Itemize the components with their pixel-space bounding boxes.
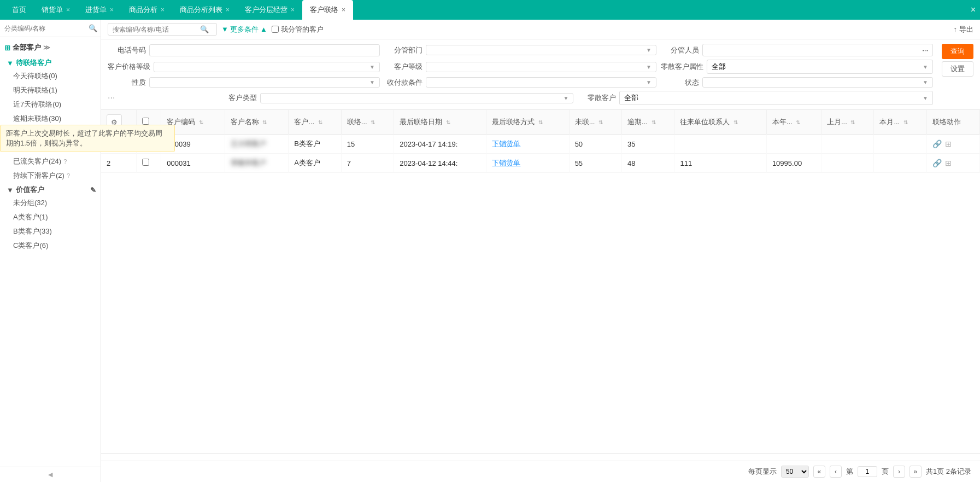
sidebar-value-section[interactable]: ▼ 价值客户 ✎ bbox=[0, 183, 101, 196]
my-customers-checkbox-label[interactable]: 我分管的客户 bbox=[272, 25, 324, 34]
sidebar-all-customers[interactable]: ⊞ 全部客户 ≫ bbox=[0, 39, 101, 56]
prev-page-button[interactable]: ‹ bbox=[830, 466, 842, 478]
search-icon[interactable]: 🔍 bbox=[89, 24, 97, 32]
field-nature: 性质 ▼ bbox=[108, 77, 380, 88]
contact-method-link[interactable]: 下销货单 bbox=[492, 159, 520, 167]
search-box: 🔍 bbox=[108, 23, 217, 36]
select-all-checkbox[interactable] bbox=[142, 118, 149, 125]
price-tier-select[interactable]: ▼ bbox=[154, 62, 380, 72]
payment-terms-select[interactable]: ▼ bbox=[426, 77, 656, 88]
close-icon[interactable]: × bbox=[110, 6, 114, 14]
sidebar-item-overdue[interactable]: 逾期未联络(30) bbox=[0, 112, 101, 126]
field-dots: ··· bbox=[108, 93, 214, 103]
close-icon[interactable]: × bbox=[226, 6, 230, 14]
qr-action-icon[interactable]: ⊞ bbox=[945, 140, 952, 148]
sidebar-search-input[interactable] bbox=[4, 25, 86, 32]
retail-customer-select[interactable]: 全部▼ bbox=[619, 91, 933, 105]
th-this-year[interactable]: 本年... ⇅ bbox=[766, 110, 821, 135]
help-icon[interactable]: ? bbox=[63, 158, 67, 165]
sidebar-pending-section[interactable]: ▼ 待联络客户 bbox=[0, 56, 101, 69]
td-action-2: 🔗 ⊞ bbox=[926, 154, 979, 173]
link-action-icon[interactable]: 🔗 bbox=[932, 140, 942, 148]
customer-type-select[interactable]: ▼ bbox=[260, 93, 574, 103]
my-customers-checkbox[interactable] bbox=[272, 26, 279, 33]
th-last-contact-date[interactable]: 最后联络日期 ⇅ bbox=[394, 110, 486, 135]
sidebar-nav-arrow-left[interactable]: ◀ bbox=[48, 471, 52, 478]
more-options-dots[interactable]: ··· bbox=[108, 93, 115, 103]
filter-row-1: 电话号码 分管部门 ▼ 分管人员 ··· bbox=[108, 44, 933, 56]
close-icon[interactable]: × bbox=[291, 6, 295, 14]
sidebar-item-churned[interactable]: 已流失客户(24) ? bbox=[0, 154, 101, 169]
per-page-select[interactable]: 50 20 100 bbox=[781, 466, 809, 478]
td-unreached-2: 55 bbox=[569, 154, 621, 173]
manager-select[interactable]: ··· bbox=[702, 44, 933, 56]
close-icon[interactable]: × bbox=[161, 6, 165, 14]
next-page-button[interactable]: › bbox=[893, 466, 905, 478]
customer-name[interactable]: 王大明客户 bbox=[231, 140, 266, 148]
qr-action-icon[interactable]: ⊞ bbox=[945, 159, 952, 167]
sidebar-item-unclassified[interactable]: 未分组(32) bbox=[0, 196, 101, 210]
phone-input[interactable] bbox=[149, 44, 380, 56]
close-all-tabs-button[interactable]: × bbox=[971, 5, 976, 15]
retail-attr-select[interactable]: 全部▼ bbox=[707, 60, 933, 74]
td-name-2: 李晓华客户 bbox=[225, 154, 289, 173]
page-input[interactable] bbox=[858, 466, 877, 477]
edit-icon[interactable]: ✎ bbox=[90, 186, 96, 194]
export-icon: ↑ bbox=[954, 25, 958, 33]
th-contact-person[interactable]: 往来单位联系人 ⇅ bbox=[674, 110, 766, 135]
query-button[interactable]: 查询 bbox=[942, 44, 973, 59]
field-status: 状态 ▼ bbox=[661, 77, 933, 88]
horizontal-scrollbar[interactable] bbox=[101, 453, 980, 461]
th-name[interactable]: 客户名称 ⇅ bbox=[225, 110, 289, 135]
sidebar-item-tomorrow[interactable]: 明天待联络(1) bbox=[0, 83, 101, 97]
td-action-1: 🔗 ⊞ bbox=[926, 135, 979, 154]
th-overdue[interactable]: 逾期... ⇅ bbox=[622, 110, 674, 135]
sidebar-item-declining[interactable]: 持续下滑客户(2) ? bbox=[0, 169, 101, 183]
customer-tier-select[interactable]: ▼ bbox=[426, 62, 656, 72]
help-icon[interactable]: ? bbox=[67, 172, 70, 179]
sort-icon: ⇅ bbox=[903, 119, 908, 125]
th-this-month[interactable]: 本月... ⇅ bbox=[874, 110, 926, 135]
search-input[interactable] bbox=[113, 26, 200, 33]
contact-method-link[interactable]: 下销货单 bbox=[492, 140, 520, 148]
sidebar: 🔍 ⊞ 全部客户 ≫ ▼ 待联络客户 今天待联络(0) 明天待联络(1) 近7天… bbox=[0, 20, 101, 482]
settings-button[interactable]: 设置 bbox=[942, 61, 973, 77]
more-conditions-button[interactable]: ▼ 更多条件 ▲ bbox=[221, 25, 267, 34]
close-icon[interactable]: × bbox=[66, 6, 70, 14]
th-last-month[interactable]: 上月... ⇅ bbox=[821, 110, 873, 135]
dept-select[interactable]: ▼ bbox=[426, 45, 656, 55]
retail-attr-label: 零散客户属性 bbox=[661, 62, 703, 72]
th-contact-count[interactable]: 联络... ⇅ bbox=[341, 110, 394, 135]
sidebar-item-class-a[interactable]: A类客户(1) bbox=[0, 210, 101, 224]
sidebar-item-class-b[interactable]: B类客户(33) bbox=[0, 224, 101, 239]
nav-tab-purchase[interactable]: 进货单 × bbox=[78, 0, 121, 20]
first-page-button[interactable]: « bbox=[813, 466, 825, 478]
sidebar-item-class-c[interactable]: C类客户(6) bbox=[0, 239, 101, 253]
search-icon[interactable]: 🔍 bbox=[200, 25, 209, 33]
td-contact-person-1 bbox=[674, 135, 766, 154]
close-icon[interactable]: × bbox=[342, 6, 345, 14]
th-unreached[interactable]: 未联... ⇅ bbox=[569, 110, 621, 135]
nav-tab-home[interactable]: 首页 bbox=[4, 0, 34, 20]
th-last-contact-method[interactable]: 最后联络方式 ⇅ bbox=[486, 110, 569, 135]
sidebar-item-7days[interactable]: 近7天待联络(0) bbox=[0, 97, 101, 112]
status-select[interactable]: ▼ bbox=[702, 77, 933, 88]
nav-tab-customer-tier[interactable]: 客户分层经营 × bbox=[237, 0, 302, 20]
nav-tab-product-analysis[interactable]: 商品分析 × bbox=[121, 0, 172, 20]
row-checkbox[interactable] bbox=[142, 159, 149, 166]
nav-tab-product-list[interactable]: 商品分析列表 × bbox=[172, 0, 237, 20]
nav-tab-customer-contact[interactable]: 客户联络 × bbox=[302, 0, 353, 20]
td-last-contact-method-2: 下销货单 bbox=[486, 154, 569, 173]
th-category[interactable]: 客户... ⇅ bbox=[289, 110, 341, 135]
td-unreached-1: 50 bbox=[569, 135, 621, 154]
link-action-icon[interactable]: 🔗 bbox=[932, 159, 942, 167]
last-page-button[interactable]: » bbox=[909, 466, 922, 478]
nav-tab-sales[interactable]: 销货单 × bbox=[34, 0, 78, 20]
export-button[interactable]: ↑ 导出 bbox=[954, 25, 974, 34]
nature-select[interactable]: ▼ bbox=[149, 77, 380, 88]
sidebar-item-today[interactable]: 今天待联络(0) bbox=[0, 69, 101, 83]
field-retail-customer: 零散客户 全部▼ bbox=[578, 91, 933, 105]
dept-label: 分管部门 bbox=[384, 45, 422, 55]
triangle-icon: ▼ bbox=[7, 59, 14, 67]
customer-name[interactable]: 李晓华客户 bbox=[231, 159, 266, 167]
